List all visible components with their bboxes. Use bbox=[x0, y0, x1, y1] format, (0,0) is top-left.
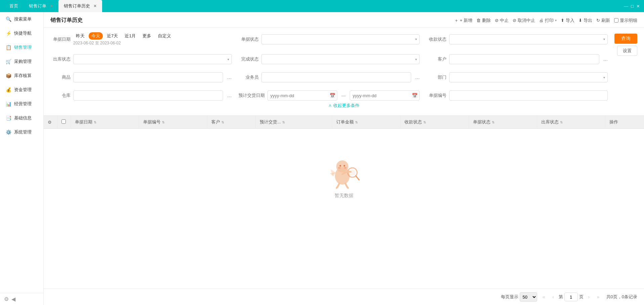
first-page-btn[interactable]: « bbox=[540, 293, 548, 301]
tab-sales-order-close[interactable]: ✕ bbox=[50, 4, 53, 8]
tab-sales-order[interactable]: 销售订单 ✕ bbox=[24, 0, 58, 12]
sidebar-collapse-btn[interactable]: ◀ bbox=[11, 296, 15, 302]
filter-delivery-status: 出库状态 ▾ bbox=[50, 54, 232, 64]
display-detail-checkbox[interactable] bbox=[614, 18, 618, 23]
salesperson-dots[interactable]: ... bbox=[415, 74, 420, 80]
per-page-select[interactable]: 10 20 50 100 bbox=[520, 292, 537, 302]
page-header: 销售订单历史 ＋ + 新增 🗑 删除 ⊘ 中止 ⊘ 取消中止 bbox=[44, 12, 644, 28]
sort-payment-status[interactable]: 收款状态 ⇅ bbox=[404, 119, 464, 125]
next-page-btn[interactable]: › bbox=[585, 293, 593, 301]
date-1month[interactable]: 近1月 bbox=[122, 32, 138, 40]
window-restore[interactable]: □ bbox=[631, 4, 634, 9]
filter-payment-status: 收款状态 ▾ bbox=[426, 34, 608, 44]
svg-point-4 bbox=[338, 167, 341, 169]
payment-status-select[interactable] bbox=[449, 34, 608, 44]
sort-number[interactable]: 单据编号 ⇅ bbox=[143, 119, 203, 125]
empty-svg bbox=[324, 156, 364, 189]
delivery-status-select[interactable] bbox=[73, 54, 232, 64]
customer-dots[interactable]: ... bbox=[603, 56, 608, 62]
sort-date-icon: ⇅ bbox=[94, 120, 96, 124]
window-minimize[interactable]: — bbox=[624, 4, 628, 9]
sort-number-icon: ⇅ bbox=[162, 120, 165, 124]
prev-page-btn[interactable]: ‹ bbox=[549, 293, 557, 301]
last-page-btn[interactable]: » bbox=[594, 293, 602, 301]
date-yesterday[interactable]: 昨天 bbox=[73, 32, 87, 40]
select-all-checkbox[interactable] bbox=[61, 119, 66, 124]
order-number-input[interactable] bbox=[449, 90, 608, 101]
sidebar-item-finance[interactable]: 💰 资金管理 bbox=[0, 83, 43, 97]
export-btn[interactable]: ⬇ 导出 bbox=[578, 17, 592, 24]
sort-customer[interactable]: 客户 ⇅ bbox=[211, 119, 251, 125]
sidebar-item-system[interactable]: ⚙️ 系统管理 bbox=[0, 125, 43, 139]
delete-btn[interactable]: 🗑 删除 bbox=[476, 17, 491, 24]
tab-sales-order-history-close[interactable]: ✕ bbox=[93, 4, 97, 8]
sort-date[interactable]: 单据日期 ⇅ bbox=[75, 119, 135, 125]
department-select[interactable] bbox=[449, 72, 608, 82]
import-btn[interactable]: ⬆ 导入 bbox=[561, 17, 574, 24]
page-input[interactable] bbox=[564, 293, 578, 301]
sort-amount[interactable]: 订单金额 ⇅ bbox=[336, 119, 396, 125]
sidebar-item-inventory-label: 库存核算 bbox=[14, 73, 32, 79]
th-customer-label: 客户 bbox=[211, 119, 220, 125]
operations-icon: 📊 bbox=[5, 101, 11, 107]
page-nav: « ‹ 第 页 › » 共0页，0条记录 bbox=[540, 293, 637, 301]
date-custom[interactable]: 自定义 bbox=[155, 32, 174, 40]
sidebar-item-purchase-mgmt[interactable]: 🛒 采购管理 bbox=[0, 54, 43, 69]
date-today[interactable]: 今天 bbox=[89, 32, 103, 40]
collapse-conditions-link[interactable]: ∧ 收起更多条件 bbox=[50, 101, 637, 111]
date-more[interactable]: 更多 bbox=[140, 32, 154, 40]
sidebar-item-inventory[interactable]: 📦 库存核算 bbox=[0, 69, 43, 83]
refresh-icon: ↻ bbox=[596, 18, 600, 23]
date-separator: — bbox=[341, 93, 346, 98]
delivery-date-start[interactable] bbox=[267, 90, 337, 101]
gear-icon[interactable]: ⚙ bbox=[48, 120, 52, 125]
sort-delivery-date[interactable]: 预计交货... ⇅ bbox=[260, 119, 328, 125]
delivery-date-start-wrapper: 📅 bbox=[267, 90, 337, 101]
tab-home-label: 首页 bbox=[9, 3, 18, 9]
sidebar-item-operations[interactable]: 📊 经营管理 bbox=[0, 97, 43, 111]
filter-area: 单据日期 昨天 今天 近7天 近1月 更多 自定义 2 bbox=[44, 28, 644, 116]
query-button[interactable]: 查询 bbox=[614, 34, 637, 44]
date-7days[interactable]: 近7天 bbox=[104, 32, 121, 40]
salesperson-input[interactable] bbox=[261, 72, 411, 82]
calendar-start-icon[interactable]: 📅 bbox=[330, 93, 335, 98]
table-container: ⚙ 单据日期 ⇅ 单据编号 bbox=[44, 116, 644, 289]
sidebar-settings-btn[interactable]: ⚙ bbox=[4, 296, 9, 302]
th-gear: ⚙ bbox=[44, 116, 57, 129]
complete-status-select[interactable] bbox=[261, 54, 420, 64]
delivery-status-select-wrapper: ▾ bbox=[73, 54, 232, 64]
product-dots[interactable]: ... bbox=[227, 74, 231, 80]
sidebar-item-base-info[interactable]: 📑 基础信息 bbox=[0, 111, 43, 125]
sort-delivery-status[interactable]: 出库状态 ⇅ bbox=[541, 119, 601, 125]
settings-button[interactable]: 设置 bbox=[617, 46, 637, 56]
display-detail-toggle[interactable]: 显示明细 bbox=[614, 17, 637, 24]
tab-home[interactable]: 首页 bbox=[4, 0, 24, 12]
warehouse-dots[interactable]: ... bbox=[227, 92, 231, 99]
tab-sales-order-history[interactable]: 销售订单历史 ✕ bbox=[58, 0, 102, 12]
calendar-end-icon[interactable]: 📅 bbox=[412, 93, 418, 98]
filter-row-4: 仓库 ... 预计交货日期 📅 — bbox=[50, 90, 608, 101]
warehouse-input[interactable] bbox=[73, 90, 223, 101]
window-close[interactable]: ✕ bbox=[636, 4, 640, 9]
stop-btn[interactable]: ⊘ 中止 bbox=[495, 17, 509, 24]
product-input[interactable] bbox=[73, 72, 223, 82]
order-status-select[interactable] bbox=[261, 34, 420, 44]
department-select-wrapper: ▾ bbox=[449, 72, 608, 82]
refresh-btn[interactable]: ↻ 刷新 bbox=[596, 17, 610, 24]
svg-point-3 bbox=[343, 165, 345, 167]
sidebar-item-search-menu[interactable]: 🔍 搜索菜单 bbox=[0, 12, 43, 26]
filter-customer: 客户 ... bbox=[426, 54, 608, 64]
sidebar-bottom: ⚙ ◀ bbox=[0, 293, 43, 305]
th-delivery-date: 预计交货... ⇅ bbox=[255, 116, 332, 129]
cancel-stop-btn[interactable]: ⊘ 取消中止 bbox=[513, 17, 535, 24]
print-btn[interactable]: 🖨 打印 ▾ bbox=[539, 17, 557, 24]
th-amount-label: 订单金额 bbox=[336, 119, 354, 125]
tab-sales-order-label: 销售订单 bbox=[29, 3, 46, 9]
customer-input[interactable] bbox=[449, 54, 599, 64]
sidebar-item-sales-mgmt[interactable]: 📋 销售管理 bbox=[0, 40, 43, 54]
delivery-date-end[interactable] bbox=[350, 90, 420, 101]
query-area: 查询 设置 bbox=[608, 32, 637, 56]
sort-order-status[interactable]: 单据状态 ⇅ bbox=[473, 119, 533, 125]
sidebar-item-quick-nav[interactable]: ⚡ 快捷导航 bbox=[0, 26, 43, 40]
new-btn[interactable]: ＋ + 新增 bbox=[454, 17, 472, 24]
